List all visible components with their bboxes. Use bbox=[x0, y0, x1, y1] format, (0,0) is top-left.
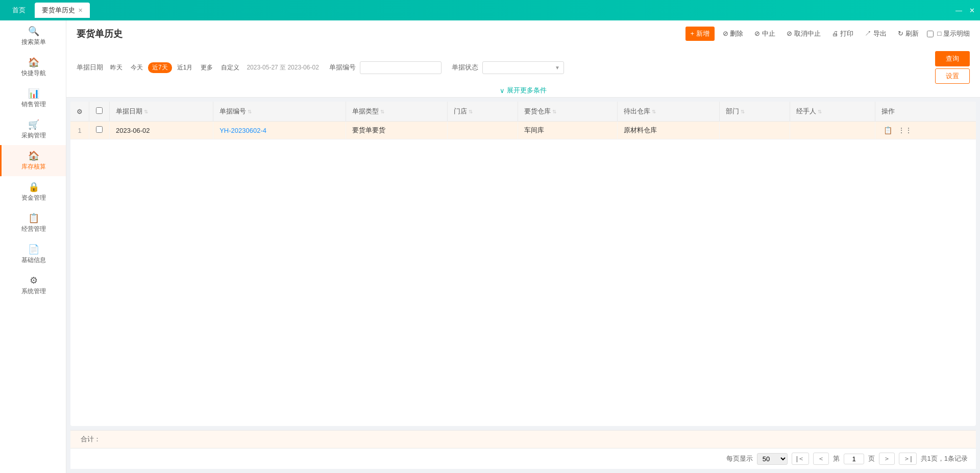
print-button[interactable]: 🖨 打印 bbox=[829, 27, 857, 41]
sidebar-item-inventory-accounting[interactable]: 🏠 库存核算 bbox=[0, 145, 66, 176]
tab-close-icon[interactable]: ✕ bbox=[78, 7, 83, 14]
date-btn-today[interactable]: 今天 bbox=[128, 62, 146, 73]
more-icon[interactable]: ⋮⋮ bbox=[896, 125, 914, 135]
table-footer: 合计： bbox=[70, 430, 976, 448]
operation-mgmt-icon: 📋 bbox=[28, 214, 39, 223]
sort-pendingwarehouse-icon: ⇅ bbox=[652, 109, 656, 114]
td-doc-number[interactable]: YH-20230602-4 bbox=[213, 122, 346, 139]
top-bar: 首页 要货单历史 ✕ — ✕ bbox=[0, 0, 980, 20]
sidebar-item-quick-nav[interactable]: 🏠 快捷导航 bbox=[0, 52, 66, 83]
td-num: 1 bbox=[70, 122, 89, 139]
th-req-warehouse[interactable]: 要货仓库 ⇅ bbox=[518, 102, 618, 122]
display-detail-checkbox[interactable] bbox=[927, 31, 934, 37]
page-header: 要货单历史 + 新增 ⊘ 删除 ⊘ 中止 ⊘ 取消中止 🖨 打印 ↗ 导出 ↻ … bbox=[66, 20, 980, 98]
sidebar-label-purchase-mgmt: 采购管理 bbox=[21, 131, 46, 140]
sidebar-item-operation-mgmt[interactable]: 📋 经营管理 bbox=[0, 207, 66, 239]
page-title-row: 要货单历史 + 新增 ⊘ 删除 ⊘ 中止 ⊘ 取消中止 🖨 打印 ↗ 导出 ↻ … bbox=[77, 27, 970, 41]
sort-reqwarehouse-icon: ⇅ bbox=[552, 109, 556, 114]
tab-home[interactable]: 首页 bbox=[5, 3, 33, 18]
per-page-select[interactable]: 50 10 20 100 bbox=[757, 453, 788, 465]
current-page-input[interactable] bbox=[844, 454, 864, 464]
window-close[interactable]: ✕ bbox=[969, 7, 975, 14]
next-page-button[interactable]: ＞ bbox=[879, 453, 895, 465]
sort-date-icon: ⇅ bbox=[144, 109, 148, 114]
table-row: 1 2023-06-02 YH-20230602-4 要货单要货 车间库 原材料… bbox=[70, 122, 976, 139]
th-settings[interactable]: ⚙ bbox=[70, 102, 89, 122]
per-page-label: 每页显示 bbox=[726, 454, 753, 463]
new-button[interactable]: + 新增 bbox=[685, 27, 715, 41]
filter-row: 单据日期 昨天 今天 近7天 近1月 更多 自定义 2023-05-27 至 2… bbox=[77, 51, 970, 84]
prev-page-button[interactable]: ＜ bbox=[813, 453, 829, 465]
td-pending-warehouse: 原材料仓库 bbox=[618, 122, 720, 139]
th-doc-number[interactable]: 单据编号 ⇅ bbox=[213, 102, 346, 122]
delete-button[interactable]: ⊘ 删除 bbox=[720, 27, 747, 41]
stop-button[interactable]: ⊘ 中止 bbox=[751, 27, 778, 41]
tab-requisition-history[interactable]: 要货单历史 ✕ bbox=[35, 3, 90, 18]
system-mgmt-icon: ⚙ bbox=[30, 276, 38, 285]
window-minimize[interactable]: — bbox=[955, 7, 962, 14]
date-btn-more[interactable]: 更多 bbox=[198, 62, 216, 73]
sidebar-label-inventory-accounting: 库存核算 bbox=[21, 162, 46, 171]
query-button[interactable]: 查询 bbox=[935, 51, 970, 66]
sidebar-label-search-menu: 搜索菜单 bbox=[21, 38, 46, 46]
total-label: 合计： bbox=[81, 435, 101, 444]
first-page-button[interactable]: |＜ bbox=[792, 453, 809, 465]
inventory-accounting-icon: 🏠 bbox=[28, 151, 39, 160]
doc-number-input[interactable] bbox=[360, 61, 442, 74]
sidebar-label-system-mgmt: 系统管理 bbox=[21, 287, 46, 296]
date-btn-custom[interactable]: 自定义 bbox=[218, 62, 242, 73]
td-handler bbox=[790, 122, 875, 139]
sidebar-item-sales-mgmt[interactable]: 📊 销售管理 bbox=[0, 83, 66, 114]
setting-button[interactable]: 设置 bbox=[935, 68, 970, 84]
sort-doctype-icon: ⇅ bbox=[380, 109, 384, 114]
sort-department-icon: ⇅ bbox=[741, 109, 745, 114]
td-department bbox=[720, 122, 790, 139]
th-store[interactable]: 门店 ⇅ bbox=[448, 102, 518, 122]
sidebar-item-system-mgmt[interactable]: ⚙ 系统管理 bbox=[0, 270, 66, 301]
sidebar: 🔍 搜索菜单 🏠 快捷导航 📊 销售管理 🛒 采购管理 🏠 库存核算 🔒 资金管… bbox=[0, 20, 66, 473]
tab-requisition-history-label: 要货单历史 bbox=[42, 6, 75, 15]
table-header-row: ⚙ 单据日期 ⇅ 单据编号 bbox=[70, 102, 976, 122]
page-title: 要货单历史 bbox=[77, 28, 122, 40]
th-department[interactable]: 部门 ⇅ bbox=[720, 102, 790, 122]
sidebar-item-capital-mgmt[interactable]: 🔒 资金管理 bbox=[0, 176, 66, 207]
th-doc-type[interactable]: 单据类型 ⇅ bbox=[346, 102, 448, 122]
row-checkbox[interactable] bbox=[96, 126, 103, 133]
th-date[interactable]: 单据日期 ⇅ bbox=[110, 102, 213, 122]
th-handler[interactable]: 经手人 ⇅ bbox=[790, 102, 875, 122]
page-suffix-label: 页 bbox=[868, 454, 875, 463]
date-btn-7days[interactable]: 近7天 bbox=[148, 62, 172, 73]
filter-actions: 查询 设置 bbox=[935, 51, 970, 84]
sidebar-label-operation-mgmt: 经营管理 bbox=[21, 225, 46, 233]
sidebar-item-search-menu[interactable]: 🔍 搜索菜单 bbox=[0, 20, 66, 52]
expand-more-btn[interactable]: ∨ 展开更多条件 bbox=[77, 84, 970, 97]
sidebar-item-basic-info[interactable]: 📄 基础信息 bbox=[0, 239, 66, 270]
doc-status-select[interactable] bbox=[482, 61, 564, 74]
td-operation: 📋 ⋮⋮ bbox=[875, 122, 976, 139]
date-btn-1month[interactable]: 近1月 bbox=[174, 62, 196, 73]
main-table: ⚙ 单据日期 ⇅ 单据编号 bbox=[70, 102, 976, 139]
total-pages-info: 共1页，1条记录 bbox=[921, 454, 968, 463]
sort-docnumber-icon: ⇅ bbox=[248, 109, 252, 114]
select-all-checkbox[interactable] bbox=[96, 107, 103, 114]
edit-icon[interactable]: 📋 bbox=[881, 125, 894, 135]
refresh-button[interactable]: ↻ 刷新 bbox=[895, 27, 922, 41]
th-operation: 操作 bbox=[875, 102, 976, 122]
search-menu-icon: 🔍 bbox=[28, 27, 39, 36]
cancel-stop-button[interactable]: ⊘ 取消中止 bbox=[783, 27, 824, 41]
table-wrapper: ⚙ 单据日期 ⇅ 单据编号 bbox=[70, 102, 976, 426]
basic-info-icon: 📄 bbox=[28, 245, 39, 254]
doc-status-select-wrapper: ▼ bbox=[482, 61, 564, 74]
export-button[interactable]: ↗ 导出 bbox=[862, 27, 890, 41]
th-checkbox[interactable] bbox=[89, 102, 110, 122]
display-detail-toggle[interactable]: □ 显示明细 bbox=[927, 29, 970, 38]
date-btn-yesterday[interactable]: 昨天 bbox=[107, 62, 126, 73]
doc-status-filter-group: 单据状态 ▼ bbox=[452, 61, 564, 74]
sidebar-item-purchase-mgmt[interactable]: 🛒 采购管理 bbox=[0, 114, 66, 145]
tab-bar: 首页 要货单历史 ✕ bbox=[5, 3, 955, 18]
td-req-warehouse: 车间库 bbox=[518, 122, 618, 139]
td-checkbox[interactable] bbox=[89, 122, 110, 139]
last-page-button[interactable]: ＞| bbox=[899, 453, 916, 465]
th-pending-warehouse[interactable]: 待出仓库 ⇅ bbox=[618, 102, 720, 122]
doc-number-link[interactable]: YH-20230602-4 bbox=[219, 127, 266, 134]
